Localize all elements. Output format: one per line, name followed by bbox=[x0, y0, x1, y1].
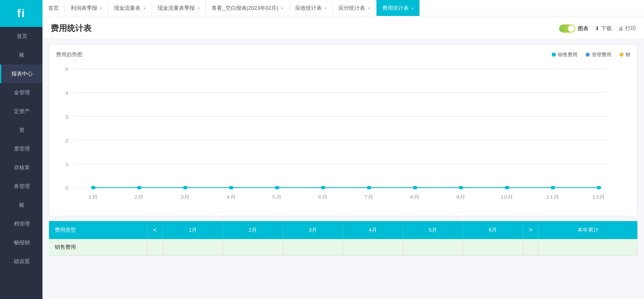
svg-point-14 bbox=[183, 186, 187, 189]
close-tab-receivable[interactable]: × bbox=[324, 6, 327, 11]
svg-point-19 bbox=[413, 186, 417, 189]
tab-home[interactable]: 首页 bbox=[42, 0, 65, 16]
col-yearly-total: 本年累计 bbox=[539, 221, 637, 239]
chart-svg: 5 4 3 2 1 0 bbox=[56, 62, 631, 209]
tab-receivable[interactable]: 应收统计表 × bbox=[290, 0, 333, 16]
download-button[interactable]: ⬇ 下载 bbox=[595, 25, 612, 32]
svg-text:5月: 5月 bbox=[272, 194, 282, 199]
cell-spacer bbox=[147, 239, 163, 255]
cell-m1 bbox=[163, 239, 223, 255]
legend-finance: 财 bbox=[619, 51, 631, 58]
col-month-1: 1月 bbox=[163, 221, 223, 239]
tab-expense-stats[interactable]: 费用统计表 × bbox=[377, 0, 420, 16]
cell-spacer2 bbox=[523, 239, 538, 255]
close-tab-profit[interactable]: × bbox=[100, 6, 102, 11]
sidebar-item-invoice[interactable]: 票管理 bbox=[0, 140, 42, 158]
header-actions: 图表 ⬇ 下载 🖨 打印 bbox=[559, 24, 636, 33]
svg-point-17 bbox=[321, 186, 325, 189]
col-expense-type: 费用类型 bbox=[49, 221, 147, 239]
chart-title: 费用趋势图 bbox=[56, 51, 82, 58]
download-icon: ⬇ bbox=[595, 25, 599, 31]
cell-m3 bbox=[283, 239, 343, 255]
svg-text:2: 2 bbox=[65, 138, 69, 144]
svg-text:5: 5 bbox=[65, 67, 69, 72]
tab-payable[interactable]: 应付统计表 × bbox=[333, 0, 376, 16]
col-month-4: 4月 bbox=[343, 221, 403, 239]
page-header: 费用统计表 图表 ⬇ 下载 🖨 打印 bbox=[42, 16, 644, 39]
col-month-5: 5月 bbox=[403, 221, 463, 239]
col-month-6: 6月 bbox=[463, 221, 523, 239]
svg-text:11月: 11月 bbox=[546, 194, 560, 199]
svg-point-20 bbox=[459, 186, 463, 189]
print-icon: 🖨 bbox=[618, 25, 624, 31]
cell-m6 bbox=[463, 239, 523, 255]
col-month-2: 2月 bbox=[223, 221, 283, 239]
svg-text:7月: 7月 bbox=[364, 194, 374, 199]
data-table-section: 费用类型 < 1月 2月 3月 4月 5月 6月 > 本年累计 bbox=[49, 221, 637, 256]
table-row: 销售费用 bbox=[49, 239, 637, 255]
chart-toggle-wrap: 图表 bbox=[559, 24, 588, 33]
chart-legend: 销售费用 管理费用 财 bbox=[552, 51, 631, 58]
cell-m2 bbox=[223, 239, 283, 255]
svg-point-12 bbox=[91, 186, 96, 189]
legend-dot-admin bbox=[586, 53, 590, 57]
expense-table: 费用类型 < 1月 2月 3月 4月 5月 6月 > 本年累计 bbox=[49, 221, 637, 256]
sidebar-item-inventory[interactable]: 存核算 bbox=[0, 158, 42, 177]
close-tab-cashflow-q[interactable]: × bbox=[197, 6, 200, 11]
cell-m5 bbox=[403, 239, 463, 255]
sidebar: fi 首页 账 报表中心 金管理 定资产 资 票管理 存核算 务管理 账 档管理… bbox=[0, 0, 42, 299]
svg-point-22 bbox=[550, 186, 555, 189]
main-content: 首页 利润表季报 × 现金流量表 × 现金流量表季报 × 查看_空白报表(202… bbox=[42, 0, 644, 299]
sidebar-item-home[interactable]: 首页 bbox=[0, 27, 42, 46]
svg-text:9月: 9月 bbox=[456, 194, 466, 199]
close-tab-expense[interactable]: × bbox=[411, 6, 414, 11]
sidebar-item-assets[interactable]: 定资产 bbox=[0, 102, 42, 121]
cell-m4 bbox=[343, 239, 403, 255]
sidebar-item-ledger[interactable]: 账 bbox=[0, 196, 42, 215]
tab-blank-report[interactable]: 查看_空白报表(2023年02月) × bbox=[206, 0, 290, 16]
svg-text:3月: 3月 bbox=[180, 194, 190, 199]
sidebar-item-expense[interactable]: 畅报销 bbox=[0, 233, 42, 252]
close-tab-cashflow[interactable]: × bbox=[143, 6, 145, 11]
sidebar-item-settings[interactable]: 础设置 bbox=[0, 252, 42, 271]
print-button[interactable]: 🖨 打印 bbox=[618, 25, 636, 32]
close-tab-payable[interactable]: × bbox=[368, 6, 370, 11]
expense-type-label: 销售费用 bbox=[49, 239, 147, 255]
page-title: 费用统计表 bbox=[51, 23, 91, 34]
chart-section: 费用趋势图 销售费用 管理费用 财 bbox=[49, 44, 637, 216]
svg-point-15 bbox=[229, 186, 234, 189]
svg-point-23 bbox=[597, 186, 601, 189]
svg-point-18 bbox=[367, 186, 371, 189]
tab-profit[interactable]: 利润表季报 × bbox=[65, 0, 108, 16]
close-tab-blank[interactable]: × bbox=[281, 6, 283, 11]
svg-point-21 bbox=[505, 186, 509, 189]
svg-text:1月: 1月 bbox=[88, 194, 98, 199]
svg-text:6月: 6月 bbox=[318, 194, 328, 199]
col-month-3: 3月 bbox=[283, 221, 343, 239]
chart-header: 费用趋势图 销售费用 管理费用 财 bbox=[56, 51, 631, 58]
page-content: 费用统计表 图表 ⬇ 下载 🖨 打印 费用趋势图 bbox=[42, 16, 644, 299]
sidebar-logo: fi bbox=[0, 0, 42, 27]
svg-text:4月: 4月 bbox=[226, 194, 236, 199]
chart-toggle[interactable] bbox=[559, 24, 575, 33]
col-nav-next[interactable]: > bbox=[523, 221, 538, 239]
sidebar-item-cash[interactable]: 金管理 bbox=[0, 83, 42, 102]
tab-cashflow[interactable]: 现金流量表 × bbox=[108, 0, 152, 16]
svg-point-13 bbox=[137, 186, 141, 189]
cell-total bbox=[539, 239, 637, 255]
chart-toggle-label: 图表 bbox=[578, 25, 588, 32]
sidebar-item-service[interactable]: 务管理 bbox=[0, 177, 42, 196]
sidebar-item-reports[interactable]: 报表中心 bbox=[0, 64, 42, 83]
tab-cashflow-q[interactable]: 现金流量表季报 × bbox=[152, 0, 206, 16]
sidebar-item-capital[interactable]: 资 bbox=[0, 121, 42, 140]
table-header-row: 费用类型 < 1月 2月 3月 4月 5月 6月 > 本年累计 bbox=[49, 221, 637, 239]
sidebar-item-account[interactable]: 账 bbox=[0, 46, 42, 64]
svg-text:1: 1 bbox=[65, 162, 69, 167]
col-nav-prev[interactable]: < bbox=[147, 221, 163, 239]
svg-text:10月: 10月 bbox=[500, 194, 514, 199]
legend-admin: 管理费用 bbox=[586, 51, 611, 58]
legend-dot-finance bbox=[619, 53, 624, 57]
svg-text:2月: 2月 bbox=[134, 194, 144, 199]
chart-area: 5 4 3 2 1 0 bbox=[56, 62, 631, 209]
sidebar-item-archive[interactable]: 档管理 bbox=[0, 215, 42, 233]
